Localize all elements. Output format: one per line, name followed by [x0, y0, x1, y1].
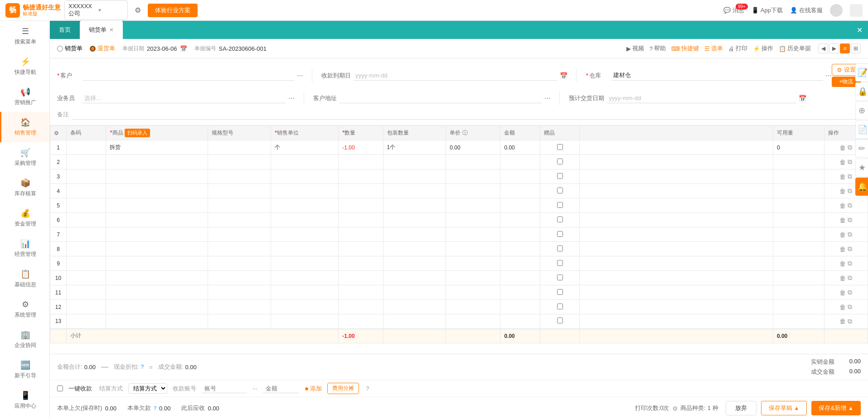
row-amount-11[interactable]	[500, 285, 540, 300]
gift-checkbox-8[interactable]	[557, 246, 563, 251]
row-delete-2[interactable]: 🗑	[839, 158, 846, 166]
row-unit-5[interactable]	[271, 198, 338, 213]
app-download-button[interactable]: 📱 App下载	[752, 6, 783, 14]
scan-button[interactable]: 扫码录入	[125, 129, 150, 137]
gift-checkbox-6[interactable]	[557, 217, 563, 222]
action-video[interactable]: ▶ 视频	[626, 44, 644, 53]
row-delete-7[interactable]: 🗑	[839, 231, 846, 238]
sidebar-item-purchase[interactable]: 🛒 采购管理	[0, 142, 49, 173]
row-amount-5[interactable]	[500, 198, 540, 213]
expected-cal-icon[interactable]: 📅	[799, 95, 806, 102]
row-pkg-8[interactable]	[383, 242, 446, 256]
row-unit-10[interactable]	[271, 271, 338, 285]
online-service-button[interactable]: 👤 在线客服	[790, 6, 823, 14]
sidebar-item-basic-info[interactable]: 📋 基础信息	[0, 264, 49, 294]
layout-next-icon[interactable]: ▶	[829, 43, 839, 53]
gift-checkbox-2[interactable]	[557, 159, 563, 164]
row-pkg-9[interactable]	[383, 256, 446, 271]
settlement-select[interactable]: 结算方式	[128, 383, 167, 394]
row-spec-10[interactable]	[208, 271, 271, 285]
row-pkg-12[interactable]	[383, 300, 446, 314]
one-click-payment-checkbox[interactable]	[57, 385, 63, 391]
row-copy-7[interactable]: ⧉	[848, 231, 852, 238]
expense-help-icon[interactable]: ?	[366, 385, 369, 392]
row-barcode-13[interactable]	[67, 314, 106, 329]
customer-addr-input[interactable]	[339, 93, 542, 103]
row-barcode-11[interactable]	[67, 285, 106, 300]
gift-checkbox-9[interactable]	[557, 260, 563, 266]
sidebar-item-enterprise[interactable]: 🏢 企业协同	[0, 324, 49, 355]
gift-checkbox-3[interactable]	[557, 173, 563, 179]
row-price-10[interactable]	[446, 271, 500, 285]
row-barcode-2[interactable]	[67, 155, 106, 169]
row-pkg-5[interactable]	[383, 198, 446, 213]
right-tool-bell[interactable]: 🔔	[855, 178, 868, 196]
row-qty-6[interactable]	[339, 213, 383, 227]
row-barcode-3[interactable]	[67, 169, 106, 184]
gift-checkbox-7[interactable]	[557, 231, 563, 237]
gift-checkbox-1[interactable]	[557, 144, 563, 150]
action-help[interactable]: ? 帮助	[650, 44, 666, 53]
row-qty-10[interactable]	[339, 271, 383, 285]
row-product-7[interactable]	[106, 227, 208, 242]
row-amount-4[interactable]	[500, 184, 540, 198]
gift-checkbox-10[interactable]	[557, 275, 563, 280]
row-unit-12[interactable]	[271, 300, 338, 314]
row-gift-3[interactable]	[540, 169, 579, 184]
settings-icon[interactable]: ⚙	[131, 4, 144, 17]
row-amount-7[interactable]	[500, 227, 540, 242]
row-barcode-6[interactable]	[67, 213, 106, 227]
row-product-4[interactable]	[106, 184, 208, 198]
row-amount-2[interactable]	[500, 155, 540, 169]
sidebar-item-app-center[interactable]: 📱 应用中心	[0, 385, 49, 415]
tab-close-icon[interactable]: ✕	[109, 27, 114, 33]
warehouse-input[interactable]	[611, 71, 823, 81]
row-gift-10[interactable]	[540, 271, 579, 285]
row-gift-2[interactable]	[540, 155, 579, 169]
message-button[interactable]: 💬 消息 99+	[723, 6, 744, 14]
customer-input[interactable]	[82, 71, 294, 81]
row-spec-9[interactable]	[208, 256, 271, 271]
row-gift-4[interactable]	[540, 184, 579, 198]
company-selector[interactable]: XXXXXX公司 ▼	[64, 0, 128, 20]
right-tool-edit[interactable]: ✏	[855, 140, 868, 158]
sidebar-item-operations[interactable]: 📊 经营管理	[0, 233, 49, 264]
row-barcode-7[interactable]	[67, 227, 106, 242]
gift-checkbox-13[interactable]	[557, 318, 563, 323]
row-amount-10[interactable]	[500, 271, 540, 285]
row-copy-2[interactable]: ⧉	[848, 158, 852, 166]
row-price-6[interactable]	[446, 213, 500, 227]
row-pkg-2[interactable]	[383, 155, 446, 169]
row-copy-13[interactable]: ⧉	[848, 318, 852, 325]
row-spec-3[interactable]	[208, 169, 271, 184]
row-product-9[interactable]	[106, 256, 208, 271]
note-input[interactable]	[72, 110, 861, 120]
row-amount-1[interactable]: 0.00	[500, 140, 540, 155]
sidebar-item-wechat[interactable]: 💬 企业微信	[0, 415, 49, 419]
row-barcode-12[interactable]	[67, 300, 106, 314]
row-product-12[interactable]	[106, 300, 208, 314]
row-amount-8[interactable]	[500, 242, 540, 256]
row-qty-5[interactable]	[339, 198, 383, 213]
row-gift-7[interactable]	[540, 227, 579, 242]
row-copy-1[interactable]: ⧉	[848, 144, 852, 151]
row-qty-3[interactable]	[339, 169, 383, 184]
tab-sales-order[interactable]: 销货单 ✕	[80, 21, 123, 39]
customer-dots-icon[interactable]: ···	[297, 72, 303, 79]
row-spec-1[interactable]	[208, 140, 271, 155]
row-qty-13[interactable]	[339, 314, 383, 329]
gift-checkbox-5[interactable]	[557, 202, 563, 208]
right-tool-lock[interactable]: 🔒	[855, 82, 868, 101]
layout-list-icon[interactable]: ≡	[840, 43, 850, 53]
row-unit-4[interactable]	[271, 184, 338, 198]
row-gift-5[interactable]	[540, 198, 579, 213]
row-price-7[interactable]	[446, 227, 500, 242]
row-copy-11[interactable]: ⧉	[848, 289, 852, 296]
row-gift-8[interactable]	[540, 242, 579, 256]
sidebar-item-inventory[interactable]: 📦 库存核算	[0, 173, 49, 203]
row-spec-5[interactable]	[208, 198, 271, 213]
discard-button[interactable]: 放弃	[726, 401, 756, 415]
sidebar-item-marketing[interactable]: 📢 营销推广	[0, 82, 49, 112]
row-pkg-10[interactable]	[383, 271, 446, 285]
row-price-12[interactable]	[446, 300, 500, 314]
